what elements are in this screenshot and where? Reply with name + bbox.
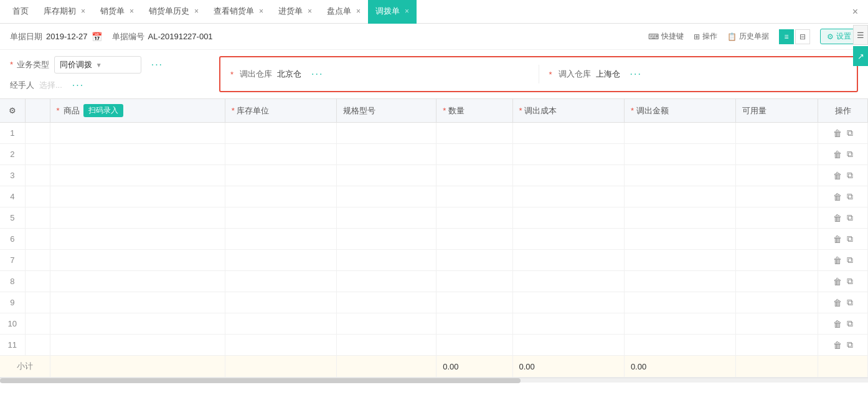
subtotal-amount: 0.00 — [624, 356, 735, 378]
row-product-2[interactable] — [50, 144, 225, 165]
scan-button[interactable]: 扫码录入 — [83, 104, 123, 117]
form-left: * 业务类型 同价调拨 ▼ ··· 经手人 选择... ··· — [10, 56, 209, 91]
tab-transfer[interactable]: 调拨单 × — [368, 0, 417, 24]
product-required-star: * — [57, 106, 60, 115]
copy-icon[interactable]: ⧉ — [847, 276, 853, 287]
th-spec: 规格型号 — [337, 99, 436, 123]
delete-icon[interactable]: 🗑 — [833, 150, 842, 159]
warehouse-out-required-star: * — [230, 70, 234, 79]
tab-sales-history-close[interactable]: × — [194, 7, 199, 16]
settings-label: 设置 — [836, 31, 851, 42]
business-type-more[interactable]: ··· — [146, 59, 168, 70]
row-product-1[interactable] — [50, 123, 225, 144]
tab-home[interactable]: 首页 — [5, 0, 36, 24]
row-index: 10 — [0, 313, 25, 335]
row-spec-1[interactable] — [337, 123, 436, 144]
tab-inventory-init-close[interactable]: × — [81, 7, 85, 16]
copy-icon[interactable]: ⧉ — [847, 340, 853, 350]
business-type-required-star: * — [10, 60, 13, 69]
table-row: 5🗑⧉ — [0, 207, 868, 229]
order-field: 单据编号 AL-20191227-001 — [112, 31, 213, 42]
table-row: 8🗑⧉ — [0, 271, 868, 292]
copy-icon[interactable]: ⧉ — [847, 149, 853, 159]
row-cost-1[interactable] — [512, 123, 624, 144]
copy-icon[interactable]: ⧉ — [847, 128, 853, 138]
tab-inventory-check[interactable]: 盘点单 × — [319, 0, 368, 24]
table-row: 10🗑⧉ — [0, 313, 868, 335]
th-amount: * 调出金额 — [624, 99, 735, 123]
row-index: 5 — [0, 207, 25, 229]
delete-icon[interactable]: 🗑 — [833, 340, 842, 350]
copy-icon[interactable]: ⧉ — [847, 191, 853, 202]
delete-icon[interactable]: 🗑 — [833, 255, 842, 265]
subtotal-quantity: 0.00 — [436, 356, 512, 378]
tab-view-sales[interactable]: 查看销货单 × — [206, 0, 271, 24]
row-unit-1[interactable] — [225, 123, 336, 144]
tab-sales-order-close[interactable]: × — [130, 7, 134, 16]
tab-transfer-close[interactable]: × — [405, 7, 409, 16]
tab-purchase-order-label: 进货单 — [278, 6, 303, 17]
delete-icon[interactable]: 🗑 — [833, 128, 842, 138]
table-row: 4🗑⧉ — [0, 186, 868, 207]
copy-icon[interactable]: ⧉ — [847, 297, 853, 308]
tab-view-sales-close[interactable]: × — [259, 7, 263, 16]
layout-btn-1[interactable]: ≡ — [779, 29, 794, 44]
table-row: 1🗑⧉ — [0, 123, 868, 144]
tab-purchase-order[interactable]: 进货单 × — [271, 0, 319, 24]
tab-sales-history[interactable]: 销货单历史 × — [141, 0, 206, 24]
delete-icon[interactable]: 🗑 — [833, 213, 842, 223]
items-table: ⚙ * 商品 扫码录入 * 库存单位 规格型号 — [0, 99, 868, 378]
shortcuts-label: 快捷键 — [661, 31, 684, 42]
copy-icon[interactable]: ⧉ — [847, 234, 853, 244]
row-index: 7 — [0, 250, 25, 271]
warehouse-out-more[interactable]: ··· — [306, 69, 328, 80]
delete-icon[interactable]: 🗑 — [833, 277, 842, 287]
person-more[interactable]: ··· — [67, 80, 89, 91]
history-action[interactable]: 📋 历史单据 — [727, 31, 769, 42]
row-qty-1[interactable] — [436, 123, 512, 144]
delete-icon[interactable]: 🗑 — [833, 192, 842, 202]
row-amount-1[interactable] — [624, 123, 735, 144]
copy-icon[interactable]: ⧉ — [847, 212, 853, 223]
sidebar-export-icon[interactable]: ↗ — [853, 46, 868, 66]
copy-icon[interactable]: ⧉ — [847, 170, 853, 181]
tab-inventory-check-close[interactable]: × — [356, 7, 361, 16]
settings-button[interactable]: ⚙ 设置 — [820, 29, 858, 44]
product-header-label: 商品 — [64, 105, 80, 117]
date-label: 单据日期 — [10, 31, 42, 42]
row-actions-1: 🗑⧉ — [818, 123, 868, 144]
delete-icon[interactable]: 🗑 — [833, 234, 842, 244]
copy-icon[interactable]: ⧉ — [847, 255, 853, 265]
row-empty-1 — [25, 123, 50, 144]
row-index: 1 — [0, 123, 25, 144]
date-picker-icon[interactable]: 📅 — [92, 32, 102, 42]
row-index: 8 — [0, 271, 25, 292]
layout-btn-2[interactable]: ⊟ — [795, 29, 810, 44]
business-type-label: * 业务类型 — [10, 59, 49, 70]
tab-purchase-order-close[interactable]: × — [308, 7, 312, 16]
warehouse-in-value: 上海仓 — [596, 69, 620, 80]
delete-icon[interactable]: 🗑 — [833, 298, 842, 308]
unit-header-label: 库存单位 — [237, 106, 269, 115]
tab-view-sales-label: 查看销货单 — [214, 6, 254, 17]
delete-icon[interactable]: 🗑 — [833, 171, 842, 181]
business-type-value: 同价调拨 — [60, 59, 92, 70]
form-area: * 业务类型 同价调拨 ▼ ··· 经手人 选择... ··· * 调出仓库 北… — [0, 50, 868, 98]
business-type-select[interactable]: 同价调拨 ▼ — [54, 56, 141, 74]
close-all-tabs[interactable]: × — [847, 6, 863, 17]
person-select[interactable]: 选择... — [39, 80, 62, 91]
th-settings[interactable]: ⚙ — [0, 99, 25, 123]
tab-inventory-init[interactable]: 库存期初 × — [36, 0, 93, 24]
tab-sales-order[interactable]: 销货单 × — [93, 0, 141, 24]
th-cost: * 调出成本 — [512, 99, 624, 123]
table-row: 2🗑⧉ — [0, 144, 868, 165]
sidebar-list-icon[interactable]: ☰ — [853, 25, 868, 45]
scroll-thumb[interactable] — [0, 378, 521, 383]
delete-icon[interactable]: 🗑 — [833, 319, 842, 329]
operations-action[interactable]: ⊞ 操作 — [694, 31, 717, 42]
th-quantity: * 数量 — [436, 99, 512, 123]
copy-icon[interactable]: ⧉ — [847, 318, 853, 329]
horizontal-scrollbar[interactable] — [0, 378, 868, 383]
shortcuts-action[interactable]: ⌨ 快捷键 — [648, 31, 684, 42]
warehouse-in-more[interactable]: ··· — [625, 69, 647, 80]
